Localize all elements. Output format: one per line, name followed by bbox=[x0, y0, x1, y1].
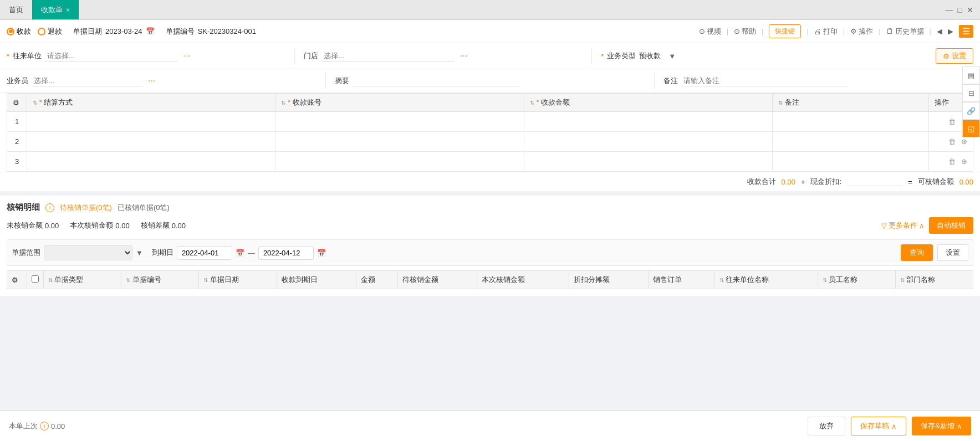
main-table: ⚙ ⇅ * 结算方式 ⇅ * 收款账号 ⇅ * 收款金额 ⇅ bbox=[7, 93, 973, 172]
footer-left: 本单上次 i 0.00 bbox=[9, 421, 65, 431]
chevron-up-icon: ∧ bbox=[919, 222, 925, 230]
range-dropdown-icon[interactable]: ▼ bbox=[136, 249, 143, 257]
abandon-button[interactable]: 放弃 bbox=[808, 417, 845, 435]
store-input[interactable] bbox=[321, 50, 455, 61]
delete-row-3-icon[interactable]: 🗑 bbox=[948, 157, 956, 166]
save-new-button[interactable]: 保存&新增 ∧ bbox=[912, 417, 971, 435]
salesperson-input[interactable] bbox=[32, 75, 142, 86]
settlement-cell-1[interactable] bbox=[27, 112, 275, 132]
operation-link[interactable]: ⚙ 操作 bbox=[850, 27, 873, 37]
date-from-input[interactable] bbox=[177, 246, 232, 260]
copy-row-3-icon[interactable]: ⊕ bbox=[961, 157, 967, 166]
discount-label: 现金折扣: bbox=[810, 177, 841, 187]
bottom-col-counterparty: ⇅ 往来单位名称 bbox=[714, 271, 818, 289]
window-minimize-icon[interactable]: — bbox=[946, 6, 953, 14]
discount-input[interactable] bbox=[847, 177, 902, 186]
bottom-col-gear[interactable]: ⚙ bbox=[7, 271, 27, 289]
note-cell-2[interactable] bbox=[773, 132, 929, 152]
account-cell-3[interactable] bbox=[275, 152, 524, 172]
date-to-calendar-icon[interactable]: 📅 bbox=[317, 249, 326, 257]
col-account: ⇅ * 收款账号 bbox=[275, 94, 524, 112]
date-calendar-icon[interactable]: 📅 bbox=[146, 27, 155, 35]
layout-icon-right[interactable]: ▶ bbox=[948, 27, 953, 35]
select-all-checkbox[interactable] bbox=[32, 275, 39, 283]
layout-icon-left[interactable]: ◀ bbox=[937, 27, 942, 35]
layout-icon-grid[interactable]: ☰ bbox=[959, 25, 973, 38]
history-link[interactable]: 🗒 历史单据 bbox=[886, 27, 924, 37]
tab-bar-right: — □ ✕ bbox=[946, 6, 980, 14]
summary-input[interactable] bbox=[353, 75, 519, 86]
amount-cell-2[interactable] bbox=[524, 132, 772, 152]
print-link[interactable]: 🖨 打印 bbox=[814, 27, 838, 37]
col-gear[interactable]: ⚙ bbox=[7, 94, 27, 112]
counterparty-input[interactable] bbox=[45, 50, 178, 61]
right-panel-icon-2[interactable]: ⊟ bbox=[962, 84, 980, 102]
diff-stat: 核销差额 0.00 bbox=[141, 221, 186, 230]
date-from-calendar-icon[interactable]: 📅 bbox=[236, 249, 244, 257]
radio-shoukuan[interactable]: 收款 bbox=[7, 27, 31, 37]
range-select[interactable] bbox=[44, 245, 132, 260]
footer-info-icon[interactable]: i bbox=[40, 422, 49, 430]
window-close-icon[interactable]: ✕ bbox=[967, 6, 973, 14]
bottom-col-current: 本次核销金额 bbox=[477, 271, 569, 289]
tab-active[interactable]: 收款单 × bbox=[32, 0, 79, 19]
copy-row-2-icon[interactable]: ⊕ bbox=[961, 137, 967, 146]
col-amount: ⇅ * 收款金额 bbox=[524, 94, 772, 112]
store-more-icon[interactable]: ··· bbox=[460, 51, 467, 61]
note-input[interactable] bbox=[681, 75, 848, 86]
settlement-cell-3[interactable] bbox=[27, 152, 275, 172]
per-page-label: 本单上次 bbox=[9, 421, 38, 431]
table-icon: ▤ bbox=[968, 71, 974, 80]
tab-done[interactable]: 已核销单据(0笔) bbox=[118, 203, 170, 213]
settlement-cell-2[interactable] bbox=[27, 132, 275, 152]
filter-settings-button[interactable]: 设置 bbox=[937, 244, 968, 261]
summary-group: 摘要 bbox=[335, 75, 645, 86]
video-icon: ⊙ bbox=[699, 27, 705, 35]
bottom-gear-icon: ⚙ bbox=[12, 276, 18, 284]
total-label: 收款合计 bbox=[747, 177, 776, 187]
bottom-col-due-date: 收款到期日 bbox=[277, 271, 356, 289]
business-type-value: 预收款 bbox=[639, 51, 661, 61]
tab-home[interactable]: 首页 bbox=[0, 0, 32, 19]
amount-cell-1[interactable] bbox=[524, 112, 772, 132]
delete-row-1-icon[interactable]: 🗑 bbox=[948, 117, 956, 126]
account-cell-1[interactable] bbox=[275, 112, 524, 132]
salesperson-more-icon[interactable]: ··· bbox=[148, 76, 155, 86]
account-cell-2[interactable] bbox=[275, 132, 524, 152]
counterparty-more-icon[interactable]: ··· bbox=[183, 51, 191, 61]
summary-label: 摘要 bbox=[335, 76, 349, 86]
current-reconcile-stat: 本次核销金额 0.00 bbox=[70, 221, 129, 230]
col-settlement: ⇅ * 结算方式 bbox=[27, 94, 275, 112]
delete-row-2-icon[interactable]: 🗑 bbox=[948, 137, 956, 146]
bottom-col-type: ⇅ 单据类型 bbox=[44, 271, 121, 289]
radio-tuikuan-dot bbox=[38, 28, 45, 35]
window-maximize-icon[interactable]: □ bbox=[958, 6, 962, 14]
bottom-col-date: ⇅ 单据日期 bbox=[199, 271, 277, 289]
right-panel-icon-1[interactable]: ▤ bbox=[962, 66, 980, 84]
form-fields-row1: * 往来单位 ··· 门店 ··· * 业务类型 预收款 ▼ ⚙ 设置 bbox=[0, 43, 980, 69]
auto-reconcile-button[interactable]: 自动核销 bbox=[929, 217, 973, 234]
right-panel-icon-3[interactable]: 🔗 bbox=[962, 102, 980, 120]
salesperson-label: 业务员 bbox=[7, 76, 28, 86]
video-link[interactable]: ⊙ 视频 bbox=[699, 27, 721, 37]
business-type-dropdown-icon[interactable]: ▼ bbox=[668, 52, 676, 60]
query-button[interactable]: 查询 bbox=[901, 244, 933, 261]
settings-button[interactable]: ⚙ 设置 bbox=[936, 48, 973, 64]
note-cell-1[interactable] bbox=[773, 112, 929, 132]
reconcile-info-icon[interactable]: i bbox=[45, 203, 54, 212]
reconcile-amount-label: 可核销金额 bbox=[918, 177, 954, 187]
right-panel-icon-4[interactable]: ◱ bbox=[962, 120, 980, 137]
date-to-input[interactable] bbox=[258, 246, 314, 260]
save-draft-button[interactable]: 保存草稿 ∧ bbox=[851, 417, 906, 435]
note-cell-3[interactable] bbox=[773, 152, 929, 172]
shortcut-btn[interactable]: 快捷键 bbox=[769, 24, 801, 38]
amount-cell-3[interactable] bbox=[524, 152, 772, 172]
radio-tuikuan[interactable]: 退款 bbox=[38, 27, 62, 37]
tab-close-icon[interactable]: × bbox=[66, 6, 70, 14]
help-link[interactable]: ⊙ 帮助 bbox=[734, 27, 756, 37]
tab-pending[interactable]: 待核销单据(0笔) bbox=[60, 203, 112, 213]
help-icon: ⊙ bbox=[734, 27, 740, 35]
tab-home-label: 首页 bbox=[9, 5, 23, 15]
list-icon: ⊟ bbox=[968, 89, 974, 98]
more-conditions-link[interactable]: ▽ 更多条件 ∧ bbox=[881, 221, 925, 230]
